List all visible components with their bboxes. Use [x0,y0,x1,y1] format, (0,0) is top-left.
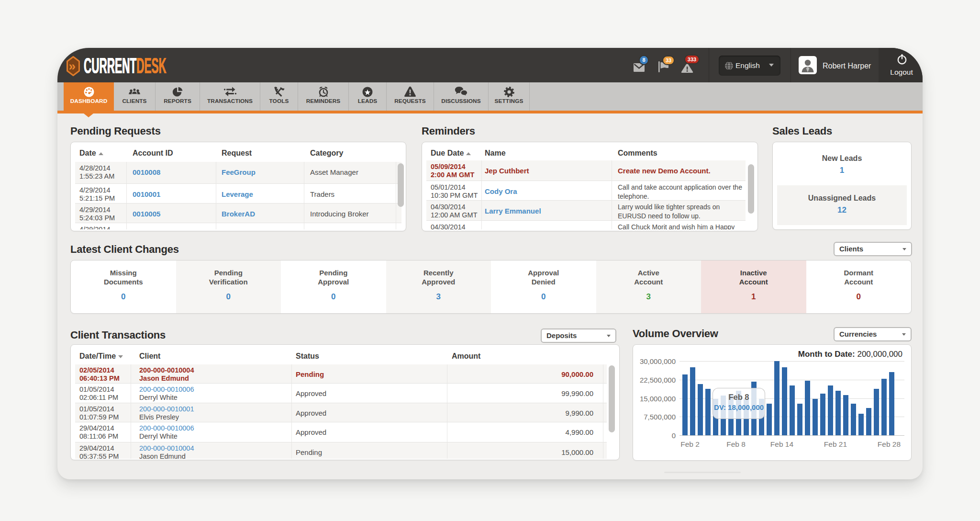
svg-text:»: » [69,59,76,73]
